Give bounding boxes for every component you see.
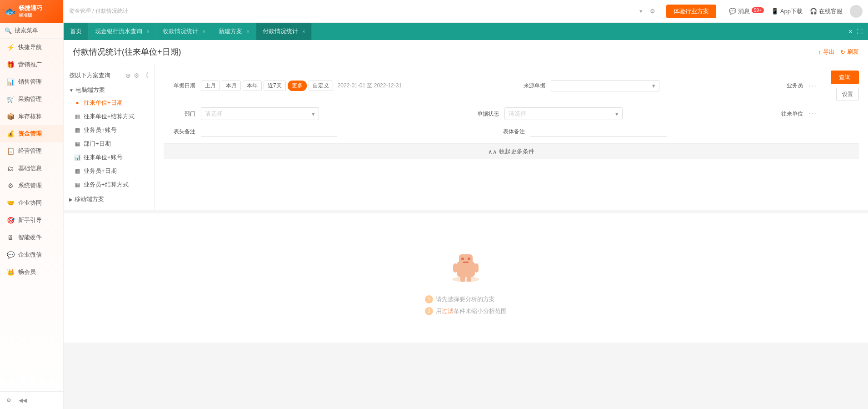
sidebar-item-basic-info[interactable]: 🗂 基础信息 <box>0 160 63 177</box>
scheme-item-unit-account[interactable]: 📊 往来单位+账号 <box>64 151 154 164</box>
sidebar-item-wechat[interactable]: 💬 企业微信 <box>0 246 63 263</box>
headset-icon: 🎧 <box>810 8 817 15</box>
sidebar-item-quick-nav[interactable]: ⚡ 快捷导航 <box>0 39 63 56</box>
scheme-collapse-icon[interactable]: 《 <box>142 71 149 80</box>
scheme-group-desktop-title[interactable]: ▼ 电脑端方案 <box>64 84 154 96</box>
tab-bank-flow-close[interactable]: × <box>147 29 150 34</box>
scheme-item-dept-date[interactable]: ▦ 部门+日期 <box>64 137 154 151</box>
search-label: 搜索菜单 <box>15 26 38 35</box>
filter-area: 单据日期 上月 本月 本年 近7天 更多 自定义 2022-01-01 至 20… <box>155 64 868 210</box>
system-icon: ⚙ <box>6 182 15 190</box>
query-button[interactable]: 查询 <box>831 71 859 84</box>
member-icon: 👑 <box>6 268 15 276</box>
search-menu[interactable]: 🔍 搜索菜单 <box>0 23 63 39</box>
inventory-icon: 📦 <box>6 112 15 121</box>
date-btn-this-year[interactable]: 本年 <box>243 81 262 91</box>
staff-settle-icon: ▦ <box>74 182 81 188</box>
sidebar-item-label: 企业微信 <box>18 251 42 259</box>
top-header: 资金管理 / 付款情况统计 ▾ ⚙ 体验行业方案 💬 消息 99+ 📱 App下… <box>64 0 868 23</box>
notification-btn[interactable]: 💬 消息 99+ <box>729 7 764 15</box>
collapse-button[interactable]: ∧∧ 收起更多条件 <box>488 147 534 156</box>
body-note-input[interactable] <box>530 126 667 137</box>
setting-button[interactable]: 设置 <box>836 88 859 101</box>
scheme-sidebar: 按以下方案查询 ⊕ ⚙ 《 ▼ 电脑端方案 ● 往来单位+日期 <box>64 64 155 210</box>
notification-label: 消息 <box>738 7 750 15</box>
sidebar-item-purchase[interactable]: 🛒 采购管理 <box>0 91 63 108</box>
svg-point-4 <box>468 258 470 260</box>
date-btn-7days[interactable]: 近7天 <box>264 81 286 91</box>
tab-controls: ✕ ⛶ <box>843 23 868 40</box>
tab-new-scheme-close[interactable]: × <box>247 29 249 34</box>
online-service-btn[interactable]: 🎧 在线客服 <box>810 7 843 15</box>
step-2-text: 用过滤条件来缩小分析范围 <box>436 307 507 315</box>
sidebar-item-label: 系统管理 <box>18 182 42 190</box>
export-button[interactable]: ↑ 导出 <box>818 48 835 56</box>
tab-home-label: 首页 <box>70 27 82 35</box>
date-btn-more[interactable]: 更多 <box>288 81 307 91</box>
sidebar-item-member[interactable]: 👑 畅会员 <box>0 263 63 281</box>
sidebar-item-system[interactable]: ⚙ 系统管理 <box>0 177 63 194</box>
scheme-item-unit-settle[interactable]: ▦ 往来单位+结算方式 <box>64 110 154 123</box>
step-2-prefix: 用 <box>436 308 442 314</box>
page-title-bar: 付款情况统计(往来单位+日期) ↑ 导出 ↻ 刷新 <box>64 40 868 64</box>
sidebar-item-capital[interactable]: 💰 资金管理 <box>0 125 63 142</box>
date-btn-custom[interactable]: 自定义 <box>309 81 333 91</box>
scheme-settings-icon[interactable]: ⚙ <box>134 72 140 79</box>
empty-illustration <box>443 241 489 286</box>
sidebar-item-hardware[interactable]: 🖥 智能硬件 <box>0 229 63 246</box>
tab-expand-icon[interactable]: ⛶ <box>857 28 863 35</box>
header-settings-icon[interactable]: ⚙ <box>650 8 655 15</box>
scheme-item-staff-date[interactable]: ▦ 业务员+日期 <box>64 164 154 178</box>
sidebar-item-operation[interactable]: 📋 经营管理 <box>0 142 63 160</box>
user-avatar[interactable] <box>850 5 863 18</box>
refresh-button[interactable]: ↻ 刷新 <box>840 48 859 56</box>
body-note-label: 表体备注 <box>493 128 525 136</box>
refresh-label: 刷新 <box>847 48 859 56</box>
app-download-icon: 📱 <box>771 8 778 15</box>
sidebar-item-cooperation[interactable]: 🤝 企业协同 <box>0 194 63 212</box>
tab-home[interactable]: 首页 <box>64 23 89 40</box>
tab-bank-flow[interactable]: 现金银行流水查询 × <box>89 23 156 40</box>
dept-select[interactable]: 请选择 ▾ <box>201 107 319 120</box>
sidebar-item-sales[interactable]: 📊 销售管理 <box>0 73 63 91</box>
doc-status-label: 单据状态 <box>467 110 499 118</box>
svg-rect-8 <box>460 276 465 282</box>
staff-dots[interactable]: ··· <box>808 82 817 90</box>
scheme-add-icon[interactable]: ⊕ <box>125 72 131 79</box>
sidebar-item-guide[interactable]: 🎯 新手引导 <box>0 212 63 229</box>
tab-payment-stat-label: 付款情况统计 <box>263 27 298 35</box>
scheme-item-staff-settle[interactable]: ▦ 业务员+结算方式 <box>64 178 154 192</box>
date-btn-last-month[interactable]: 上月 <box>201 81 220 91</box>
scheme-item-staff-account[interactable]: ▦ 业务员+账号 <box>64 123 154 137</box>
scheme-group-mobile-title[interactable]: ▶ 移动端方案 <box>64 193 154 205</box>
footer-collapse-btn[interactable]: ◀◀ <box>17 395 29 405</box>
tab-payment-stat-close[interactable]: × <box>303 29 305 34</box>
source-select[interactable]: ▾ <box>551 80 660 91</box>
trial-button[interactable]: 体验行业方案 <box>666 5 716 18</box>
tab-collection-close[interactable]: × <box>203 29 205 34</box>
scheme-item-label: 往来单位+结算方式 <box>84 112 135 121</box>
tab-payment-stat[interactable]: 付款情况统计 × <box>256 23 312 40</box>
scheme-header-title: 按以下方案查询 <box>69 71 110 80</box>
staff-date-icon: ▦ <box>74 168 81 174</box>
footer-settings-btn[interactable]: ⚙ <box>5 395 13 405</box>
date-btn-this-month[interactable]: 本月 <box>222 81 241 91</box>
marketing-icon: 🎁 <box>6 61 15 69</box>
step-1-num: 1 <box>425 295 433 303</box>
app-download-btn[interactable]: 📱 App下载 <box>771 7 803 15</box>
tab-collection[interactable]: 收款情况统计 × <box>156 23 212 40</box>
sidebar-item-label: 营销推广 <box>18 61 42 69</box>
tab-new-scheme[interactable]: 新建方案 × <box>212 23 256 40</box>
collapse-label: 收起更多条件 <box>499 147 534 156</box>
sidebar-item-label: 销售管理 <box>18 78 42 86</box>
svg-point-3 <box>461 258 464 260</box>
dropdown-icon[interactable]: ▾ <box>639 8 643 15</box>
sidebar-item-marketing[interactable]: 🎁 营销推广 <box>0 56 63 73</box>
doc-status-select[interactable]: 请选择 ▾ <box>504 107 623 120</box>
sidebar-item-inventory[interactable]: 📦 库存核算 <box>0 108 63 125</box>
header-note-input[interactable] <box>201 126 337 137</box>
scheme-item-unit-date[interactable]: ● 往来单位+日期 <box>64 96 154 110</box>
tab-close-all-icon[interactable]: ✕ <box>848 28 853 35</box>
unit-dots[interactable]: ··· <box>808 110 817 118</box>
logo-icon: 🐟 <box>5 6 16 17</box>
